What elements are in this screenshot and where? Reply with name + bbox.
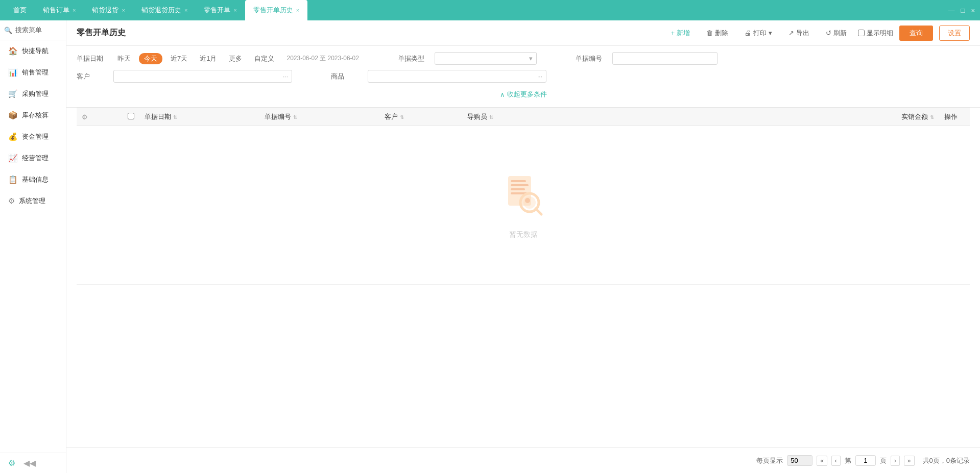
th-guide-sortable[interactable]: 导购员 ⇅ <box>467 112 559 121</box>
tab-retail-open-history[interactable]: 零售开单历史 × <box>245 0 307 20</box>
type-select[interactable] <box>435 52 537 65</box>
collapse-up-icon: ∧ <box>500 91 505 98</box>
add-icon: + <box>671 29 675 37</box>
tab-retail-open[interactable]: 零售开单 × <box>196 0 245 20</box>
tab-sales-return-history-close[interactable]: × <box>184 7 187 13</box>
page-number-input[interactable] <box>855 455 876 466</box>
sidebar-item-inventory-label: 库存核算 <box>22 111 49 120</box>
tab-sales-return[interactable]: 销货退货 × <box>84 0 133 20</box>
th-date-sortable[interactable]: 单据日期 ⇅ <box>145 112 254 121</box>
export-icon: ↗ <box>788 29 794 37</box>
tab-home[interactable]: 首页 <box>5 0 35 20</box>
select-all-checkbox[interactable] <box>128 113 134 119</box>
table-footer: 每页显示 50 10 20 100 « ‹ 第 页 › » 共0页，0条记录 <box>66 447 980 473</box>
svg-rect-1 <box>511 180 526 182</box>
show-detail-checkbox[interactable] <box>858 30 865 36</box>
sidebar-collapse-icon[interactable]: ◀◀ <box>23 458 36 468</box>
delete-icon: 🗑 <box>706 29 713 37</box>
empty-state: 暂无数据 <box>82 130 965 280</box>
sidebar-item-operations[interactable]: 📈 经营管理 <box>0 147 66 169</box>
tab-retail-open-history-close[interactable]: × <box>296 7 299 13</box>
sidebar-search-label: 搜索菜单 <box>15 26 42 35</box>
collapse-more-label: 收起更多条件 <box>507 90 547 99</box>
refresh-button[interactable]: ↺ 刷新 <box>821 26 852 40</box>
date-option-today[interactable]: 今天 <box>139 53 162 64</box>
restore-button[interactable]: □ <box>961 7 965 14</box>
date-option-custom[interactable]: 自定义 <box>250 53 278 64</box>
close-button[interactable]: × <box>971 7 975 14</box>
type-filter-label: 单据类型 <box>398 54 426 63</box>
tab-retail-open-close[interactable]: × <box>233 7 236 13</box>
th-amount-label: 实销金额 <box>901 112 928 121</box>
home-icon: 🏠 <box>8 46 18 56</box>
purchase-icon: 🛒 <box>8 89 18 98</box>
empty-state-cell: 暂无数据 <box>77 126 970 285</box>
tab-sales-order[interactable]: 销售订单 × <box>35 0 84 20</box>
setting-button[interactable]: 设置 <box>939 26 970 41</box>
number-input[interactable] <box>612 52 718 65</box>
add-label: 新增 <box>677 29 690 38</box>
number-input-wrapper <box>612 52 718 65</box>
sidebar-item-quick-nav[interactable]: 🏠 快捷导航 <box>0 40 66 62</box>
minimize-button[interactable]: — <box>948 7 955 14</box>
sidebar-item-basic-info[interactable]: 📋 基础信息 <box>0 169 66 190</box>
tab-sales-order-label: 销售订单 <box>43 6 69 15</box>
sidebar-item-operations-label: 经营管理 <box>22 154 49 163</box>
th-amount-sortable[interactable]: 实销金额 ⇅ <box>824 112 934 121</box>
sidebar-item-finance[interactable]: 💰 资金管理 <box>0 126 66 147</box>
sidebar-item-purchase[interactable]: 🛒 采购管理 <box>0 83 66 105</box>
empty-state-text: 暂无数据 <box>509 230 538 239</box>
export-button[interactable]: ↗ 导出 <box>783 26 815 40</box>
sidebar-item-sales[interactable]: 📊 销售管理 <box>0 62 66 83</box>
next-page-button[interactable]: › <box>891 456 900 466</box>
last-page-button[interactable]: » <box>904 456 915 466</box>
date-options: 昨天 今天 近7天 近1月 更多 自定义 <box>113 53 278 64</box>
main-layout: 🔍 搜索菜单 🏠 快捷导航 📊 销售管理 🛒 采购管理 📦 库存核算 💰 资金管… <box>0 20 980 473</box>
th-number: 单据编号 ⇅ <box>259 108 379 126</box>
filter-row-1: 单据日期 昨天 今天 近7天 近1月 更多 自定义 2023-06-02 至 2… <box>77 52 970 65</box>
print-dropdown-icon: ▾ <box>769 29 772 37</box>
finance-icon: 💰 <box>8 132 18 141</box>
tab-sales-order-close[interactable]: × <box>73 7 76 13</box>
table-gear-icon[interactable]: ⚙ <box>82 113 88 121</box>
empty-state-row: 暂无数据 <box>77 126 970 285</box>
svg-rect-3 <box>511 188 525 190</box>
date-filter-label: 单据日期 <box>77 54 105 63</box>
th-ops: 操作 <box>939 108 970 126</box>
inventory-icon: 📦 <box>8 111 18 120</box>
date-option-last7[interactable]: 近7天 <box>166 53 192 64</box>
first-page-button[interactable]: « <box>817 456 827 466</box>
th-number-sortable[interactable]: 单据编号 ⇅ <box>265 112 374 121</box>
collapse-more-toggle[interactable]: ∧ 收起更多条件 <box>77 88 970 101</box>
prev-page-button[interactable]: ‹ <box>831 456 841 466</box>
date-option-more[interactable]: 更多 <box>225 53 246 64</box>
customer-input[interactable] <box>113 70 292 83</box>
sidebar-settings-icon[interactable]: ⚙ <box>8 458 15 468</box>
date-range-display: 2023-06-02 至 2023-06-02 <box>286 54 358 63</box>
delete-button[interactable]: 🗑 删除 <box>701 26 733 40</box>
export-label: 导出 <box>796 29 809 38</box>
add-button[interactable]: + 新增 <box>665 26 695 40</box>
date-option-yesterday[interactable]: 昨天 <box>113 53 135 64</box>
header-actions: + 新增 🗑 删除 🖨 打印 ▾ ↗ 导出 ↺ 刷新 <box>665 26 970 41</box>
tab-sales-return-history[interactable]: 销货退货历史 × <box>133 0 196 20</box>
show-detail-checkbox-wrapper: 显示明细 <box>858 29 893 38</box>
goods-input[interactable] <box>368 70 546 83</box>
print-button[interactable]: 🖨 打印 ▾ <box>739 26 777 40</box>
th-customer-sort-icon: ⇅ <box>400 114 404 120</box>
customer-filter-label: 客户 <box>77 72 105 81</box>
svg-point-8 <box>525 198 530 203</box>
customer-input-wrapper: ··· <box>113 70 292 83</box>
th-customer-sortable[interactable]: 客户 ⇅ <box>385 112 457 121</box>
sidebar-item-inventory[interactable]: 📦 库存核算 <box>0 105 66 126</box>
sidebar-item-system[interactable]: ⚙ 系统管理 <box>0 190 66 212</box>
content-area: 零售开单历史 + 新增 🗑 删除 🖨 打印 ▾ ↗ 导出 <box>66 20 980 473</box>
query-button[interactable]: 查询 <box>899 26 933 41</box>
date-option-last-month[interactable]: 近1月 <box>196 53 221 64</box>
sidebar-item-purchase-label: 采购管理 <box>22 89 49 98</box>
sales-icon: 📊 <box>8 68 18 77</box>
tab-sales-return-close[interactable]: × <box>122 7 125 13</box>
tab-sales-return-label: 销货退货 <box>92 6 118 15</box>
sidebar-search[interactable]: 🔍 搜索菜单 <box>0 20 66 40</box>
per-page-select[interactable]: 50 10 20 100 <box>787 455 812 466</box>
